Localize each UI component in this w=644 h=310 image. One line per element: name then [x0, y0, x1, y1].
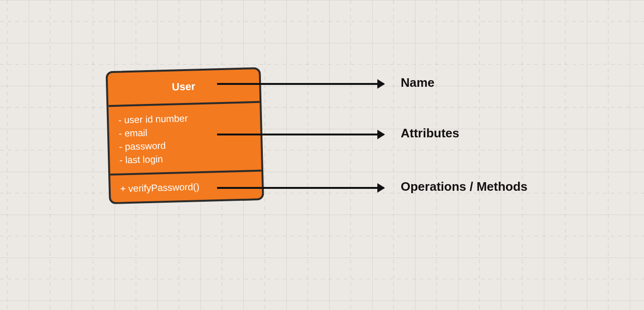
uml-class-name: User	[172, 80, 196, 93]
uml-class-box: User - user id number - email - password…	[105, 67, 264, 204]
arrow-attributes	[217, 134, 384, 135]
uml-class-name-section: User	[108, 69, 260, 105]
arrow-name	[217, 83, 384, 85]
label-name: Name	[401, 75, 435, 90]
uml-class-methods-section: + verifyPassword()	[110, 170, 262, 202]
uml-class-attributes-section: - user id number - email - password - la…	[108, 101, 261, 174]
label-methods: Operations / Methods	[401, 179, 528, 194]
arrow-methods	[217, 187, 384, 189]
label-attributes: Attributes	[401, 126, 459, 141]
grid-background	[0, 0, 644, 310]
